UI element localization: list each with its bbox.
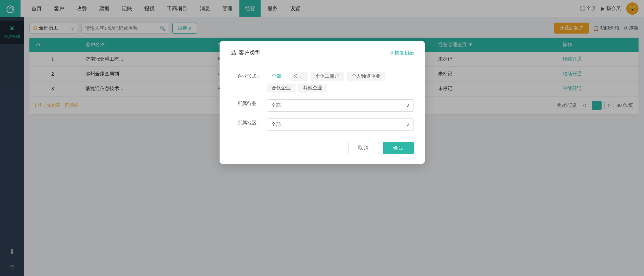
- modal-overlay: 品 客户类型 ↺ 恢复初始 企业形式： 全部 公司 个体工商户 个人独资企业 合…: [0, 0, 644, 276]
- industry-value: 全部: [271, 102, 281, 109]
- modal-title-icon: 品: [231, 49, 236, 57]
- industry-row: 所属行业： 全部 ∨: [231, 99, 414, 112]
- modal-title-text: 客户类型: [239, 49, 261, 57]
- option-company[interactable]: 公司: [289, 72, 308, 81]
- enterprise-form-row: 企业形式： 全部 公司 个体工商户 个人独资企业 合伙企业 其他企业: [231, 72, 414, 92]
- option-sole[interactable]: 个人独资企业: [347, 72, 385, 81]
- modal-footer: 取 消 确 定: [231, 142, 414, 154]
- region-row: 所属地区： 全部 ∨: [231, 118, 414, 131]
- option-individual[interactable]: 个体工商户: [311, 72, 344, 81]
- option-all[interactable]: 全部: [267, 72, 286, 81]
- modal-header: 品 客户类型 ↺ 恢复初始: [231, 49, 414, 57]
- industry-chevron-icon: ∨: [406, 103, 409, 108]
- region-chevron-icon: ∨: [406, 122, 409, 127]
- region-value: 全部: [271, 122, 281, 128]
- modal-reset-button[interactable]: ↺ 恢复初始: [389, 50, 414, 56]
- enterprise-form-options: 全部 公司 个体工商户 个人独资企业 合伙企业 其他企业: [267, 72, 414, 92]
- confirm-button[interactable]: 确 定: [383, 142, 414, 154]
- cancel-button[interactable]: 取 消: [348, 142, 379, 154]
- reset-label: 恢复初始: [395, 50, 414, 56]
- region-select-wrap: 全部 ∨: [267, 118, 414, 131]
- reset-icon: ↺: [389, 50, 393, 56]
- region-select[interactable]: 全部 ∨: [267, 118, 414, 131]
- modal-title: 品 客户类型: [231, 49, 261, 57]
- option-partnership[interactable]: 合伙企业: [267, 84, 295, 92]
- industry-select[interactable]: 全部 ∨: [267, 99, 414, 112]
- enterprise-form-label: 企业形式：: [231, 72, 261, 79]
- modal-divider: [220, 65, 425, 65]
- option-other[interactable]: 其他企业: [298, 84, 327, 92]
- region-label: 所属地区：: [231, 118, 261, 126]
- filter-modal: 品 客户类型 ↺ 恢复初始 企业形式： 全部 公司 个体工商户 个人独资企业 合…: [220, 41, 425, 164]
- industry-label: 所属行业：: [231, 99, 261, 107]
- industry-select-wrap: 全部 ∨: [267, 99, 414, 112]
